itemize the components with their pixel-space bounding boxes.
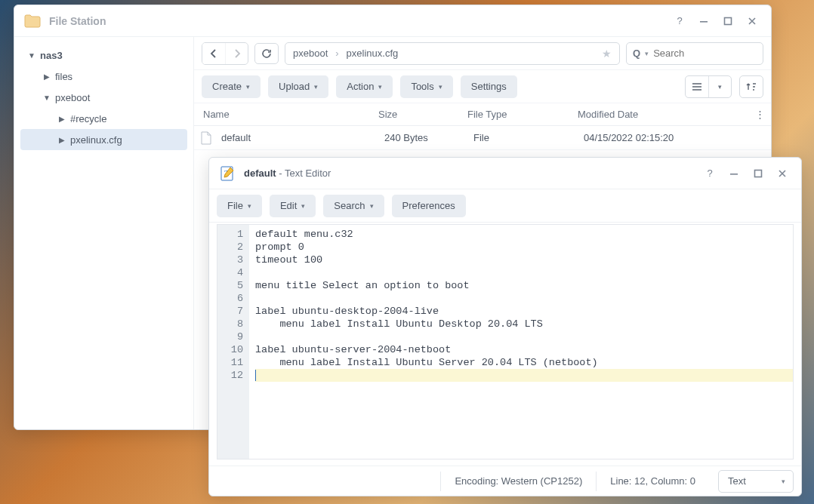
back-button[interactable] (202, 43, 225, 64)
te-statusbar: Encoding: Western (CP1252) Line: 12, Col… (209, 466, 801, 496)
settings-button[interactable]: Settings (461, 75, 517, 98)
te-menubar: File▾ Edit▾ Search▾ Preferences (209, 189, 801, 223)
tree-label: pxelinux.cfg (70, 134, 122, 146)
status-position: Line: 12, Column: 0 (596, 472, 709, 491)
col-date[interactable]: Modified Date (578, 109, 748, 120)
upload-button[interactable]: Upload▾ (268, 75, 328, 98)
tree-label: #recycle (70, 113, 106, 124)
tools-button[interactable]: Tools▾ (400, 75, 452, 98)
maximize-icon[interactable] (718, 11, 738, 31)
star-icon[interactable]: ★ (602, 48, 612, 60)
fs-title: File Station (49, 15, 106, 27)
search-box[interactable]: Q▾ (626, 42, 763, 65)
svg-rect-1 (725, 17, 732, 24)
close-icon[interactable] (772, 164, 792, 183)
status-encoding: Encoding: Western (CP1252) (440, 472, 596, 491)
search-icon: Q (633, 48, 640, 59)
tree-label: files (55, 71, 72, 82)
search-menu[interactable]: Search▾ (323, 195, 384, 217)
tree-root-nas3[interactable]: nas3 (20, 45, 187, 66)
chevron-down-icon: ▾ (782, 478, 785, 485)
refresh-button[interactable] (254, 43, 279, 64)
tree-label: pxeboot (55, 92, 90, 103)
editor-area[interactable]: 123456789101112 default menu.c32prompt 0… (217, 224, 794, 459)
cell-size: 240 Bytes (384, 132, 473, 143)
text-editor-app-icon: T (218, 164, 236, 183)
chevron-right-icon: › (335, 48, 338, 59)
fs-nav-toolbar: pxeboot › pxelinux.cfg ★ Q▾ (194, 37, 771, 70)
chevron-right-icon (42, 72, 52, 81)
chevron-down-icon (42, 94, 52, 102)
te-titlebar: T default - Text Editor ? (209, 158, 801, 189)
svg-rect-4 (730, 174, 738, 175)
list-view-button[interactable] (686, 76, 708, 97)
chevron-down-icon: ▾ (645, 50, 649, 57)
edit-menu[interactable]: Edit▾ (270, 195, 316, 217)
table-header: Name Size File Type Modified Date ⋮ (194, 103, 771, 126)
fs-titlebar: File Station ? (14, 5, 771, 37)
tree-item-pxelinuxcfg[interactable]: pxelinux.cfg (20, 129, 187, 150)
chevron-right-icon (57, 136, 67, 144)
fs-action-toolbar: Create▾ Upload▾ Action▾ Tools▾ Settings … (194, 70, 771, 103)
forward-button[interactable] (225, 43, 248, 64)
cell-date: 04/15/2022 02:15:20 (584, 132, 748, 143)
nav-back-forward (202, 42, 248, 65)
preferences-button[interactable]: Preferences (392, 195, 466, 217)
maximize-icon[interactable] (748, 164, 768, 183)
search-input[interactable] (653, 48, 757, 59)
minimize-icon[interactable] (724, 164, 744, 183)
tree-item-files[interactable]: files (20, 66, 187, 87)
fs-sidebar: nas3 files pxeboot #recycle pxelinux.cfg (14, 37, 194, 429)
view-mode-toggle: ▾ (685, 75, 732, 98)
chevron-down-icon (26, 51, 37, 60)
create-button[interactable]: Create▾ (202, 75, 261, 98)
tree-label: nas3 (40, 50, 63, 61)
cell-name: default (221, 132, 384, 143)
minimize-icon[interactable] (694, 11, 714, 31)
file-menu[interactable]: File▾ (217, 195, 262, 217)
column-menu-icon[interactable]: ⋮ (748, 109, 771, 120)
code-content[interactable]: default menu.c32prompt 0timeout 100menu … (249, 225, 793, 459)
svg-rect-0 (700, 21, 708, 23)
close-icon[interactable] (742, 11, 762, 31)
breadcrumb-seg[interactable]: pxeboot (293, 48, 328, 59)
col-size[interactable]: Size (378, 109, 467, 120)
te-title: default - Text Editor (244, 167, 331, 179)
table-row[interactable]: default 240 Bytes File 04/15/2022 02:15:… (194, 126, 771, 150)
tree-item-pxeboot[interactable]: pxeboot (20, 87, 187, 108)
help-icon[interactable]: ? (700, 164, 720, 183)
sort-button[interactable] (739, 75, 763, 98)
line-number-gutter: 123456789101112 (217, 225, 249, 459)
file-icon (200, 131, 214, 145)
view-dropdown-button[interactable]: ▾ (708, 76, 731, 97)
syntax-select[interactable]: Text ▾ (718, 470, 794, 493)
cell-type: File (473, 132, 584, 143)
breadcrumb-seg[interactable]: pxelinux.cfg (347, 48, 399, 59)
col-name[interactable]: Name (194, 109, 378, 120)
col-type[interactable]: File Type (467, 109, 578, 120)
text-editor-window: T default - Text Editor ? File▾ Edit▾ Se… (208, 157, 802, 496)
breadcrumb[interactable]: pxeboot › pxelinux.cfg ★ (285, 42, 620, 65)
help-icon[interactable]: ? (670, 11, 689, 31)
action-button[interactable]: Action▾ (336, 75, 393, 98)
folder-app-icon (23, 12, 42, 30)
chevron-right-icon (57, 115, 67, 123)
svg-rect-5 (755, 170, 762, 177)
tree-item-recycle[interactable]: #recycle (20, 108, 187, 129)
